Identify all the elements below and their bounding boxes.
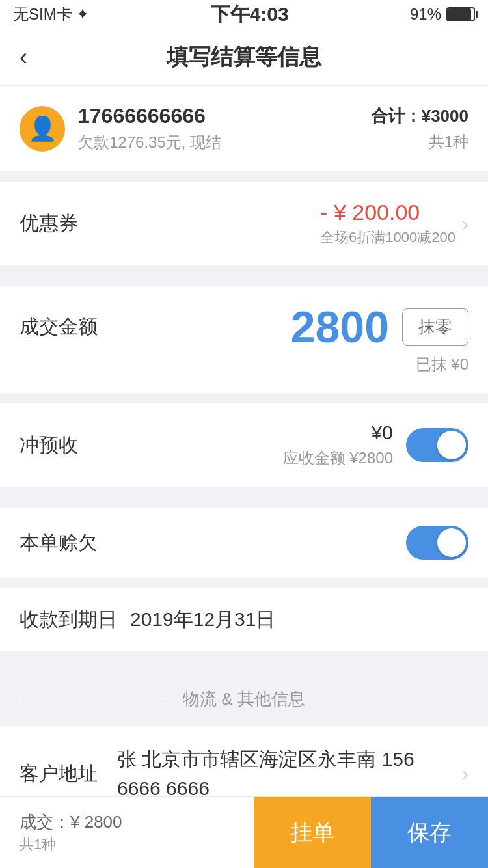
bottom-count: 共1种 — [20, 835, 234, 854]
address-right: › — [462, 763, 468, 785]
battery-fill — [448, 8, 471, 20]
battery-percent: 91% — [410, 5, 441, 23]
customer-info: 17666666666 欠款1276.35元, 现结 — [78, 104, 221, 153]
back-button[interactable]: ‹ — [20, 44, 59, 71]
coupon-desc: 全场6折满1000减200 — [320, 228, 455, 247]
bottom-deal-amount: ¥ 2800 — [70, 812, 122, 832]
prepay-amount: ¥0 — [283, 422, 393, 444]
section-separator-2 — [0, 497, 488, 508]
status-left: 无SIM卡 ✦ — [13, 4, 89, 25]
customer-right: 合计：¥3000 共1种 — [371, 105, 468, 152]
coupon-right: - ¥ 200.00 全场6折满1000减200 › — [320, 200, 468, 247]
total-label: 合计：¥3000 — [371, 105, 468, 128]
bottom-bar: 成交：¥ 2800 共1种 挂单 保存 — [0, 796, 488, 868]
coupon-label: 优惠券 — [20, 210, 78, 237]
section-separator-3 — [0, 662, 488, 672]
bottom-deal-label: 成交：¥ 2800 — [20, 811, 234, 834]
deal-amount-section: 成交金额 2800 抹零 已抹 ¥0 — [0, 286, 488, 393]
sim-status: 无SIM卡 ✦ — [13, 4, 89, 25]
deferred-section: 本单赊欠 — [0, 508, 488, 578]
round-zero-button[interactable]: 抹零 — [402, 308, 468, 346]
deal-row: 成交金额 2800 抹零 — [20, 305, 468, 349]
total-count: 共1种 — [371, 131, 468, 152]
prepay-sub-text: 应收金额 ¥2800 — [283, 448, 393, 468]
logistics-divider: 物流 & 其他信息 — [0, 672, 488, 726]
customer-phone: 17666666666 — [78, 104, 221, 128]
status-right: 91% — [410, 5, 475, 23]
address-label: 客户地址 — [20, 761, 98, 787]
save-button[interactable]: 保存 — [371, 797, 488, 868]
prepay-right: ¥0 应收金额 ¥2800 — [283, 422, 468, 468]
deal-amount-value: 2800 — [291, 305, 389, 349]
deal-amount-wrap: 2800 抹零 — [291, 305, 468, 349]
divider-line-right — [318, 699, 468, 699]
coupon-amount: - ¥ 200.00 — [320, 200, 455, 225]
deferred-toggle-knob — [437, 528, 466, 557]
toggle-knob — [437, 431, 466, 459]
total-amount: ¥3000 — [422, 106, 468, 126]
due-date-value: 2019年12月31日 — [130, 606, 275, 633]
coupon-info: - ¥ 200.00 全场6折满1000减200 — [320, 200, 455, 247]
customer-card: 👤 17666666666 欠款1276.35元, 现结 合计：¥3000 共1… — [0, 86, 488, 171]
deferred-toggle[interactable] — [406, 526, 468, 560]
main-content: 👤 17666666666 欠款1276.35元, 现结 合计：¥3000 共1… — [0, 86, 488, 868]
due-date-label: 收款到期日 — [20, 606, 117, 633]
avatar: 👤 — [20, 106, 65, 152]
prepay-amount-block: ¥0 应收金额 ¥2800 — [283, 422, 393, 468]
status-time: 下午4:03 — [211, 1, 289, 28]
prepay-label: 冲预收 — [20, 432, 78, 459]
deal-label: 成交金额 — [20, 314, 98, 340]
customer-sub-text: 欠款1276.35元, 现结 — [78, 132, 221, 153]
address-value: 张 北京市市辖区海淀区永丰南 156 6666 6666 — [117, 744, 462, 803]
total-label-text: 合计： — [371, 106, 422, 126]
address-chevron-icon: › — [462, 763, 468, 785]
prepay-row: 冲预收 ¥0 应收金额 ¥2800 — [20, 422, 468, 468]
battery-icon — [446, 7, 475, 21]
hold-button[interactable]: 挂单 — [254, 797, 371, 868]
divider-line-left — [20, 699, 170, 699]
divider-text: 物流 & 其他信息 — [183, 688, 305, 711]
customer-left: 👤 17666666666 欠款1276.35元, 现结 — [20, 104, 221, 153]
prepay-section: 冲预收 ¥0 应收金额 ¥2800 — [0, 403, 488, 487]
coupon-row[interactable]: 优惠券 - ¥ 200.00 全场6折满1000减200 › — [0, 182, 488, 265]
coupon-chevron-icon: › — [462, 213, 468, 235]
bottom-deal-label-text: 成交： — [20, 812, 70, 832]
deal-sub-text: 已抹 ¥0 — [20, 354, 468, 375]
section-separator-1 — [0, 276, 488, 286]
nav-bar: ‹ 填写结算等信息 — [0, 29, 488, 86]
deferred-label: 本单赊欠 — [20, 530, 98, 556]
status-bar: 无SIM卡 ✦ 下午4:03 91% — [0, 0, 488, 29]
bottom-summary: 成交：¥ 2800 共1种 — [0, 797, 254, 868]
page-title: 填写结算等信息 — [59, 42, 429, 72]
prepay-toggle[interactable] — [406, 428, 468, 462]
due-date-section: 收款到期日 2019年12月31日 — [0, 588, 488, 651]
